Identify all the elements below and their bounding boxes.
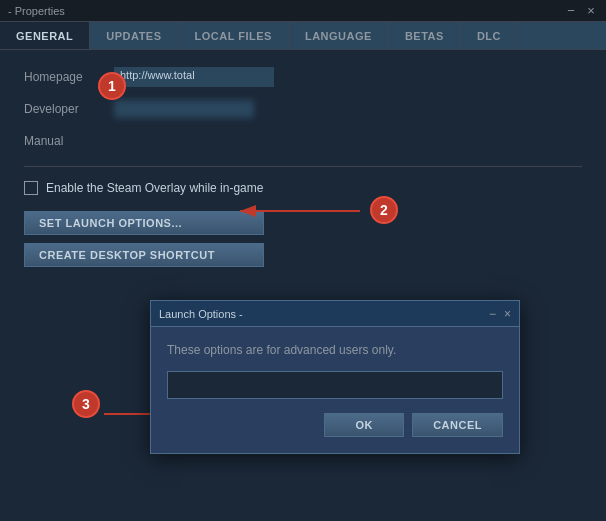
tab-language[interactable]: LANGUAGE (289, 22, 389, 49)
dialog-minimize-button[interactable]: − (489, 307, 496, 321)
launch-options-input[interactable] (167, 371, 503, 399)
manual-row: Manual (24, 130, 582, 152)
homepage-value: http://www.total (114, 67, 274, 87)
launch-options-dialog: Launch Options - − × These options are f… (150, 300, 520, 454)
window-controls: − × (564, 3, 598, 18)
create-desktop-shortcut-button[interactable]: CREATE DESKTOP SHORTCUT (24, 243, 264, 267)
minimize-button[interactable]: − (564, 3, 578, 18)
window-title: - Properties (8, 5, 65, 17)
overlay-checkbox[interactable] (24, 181, 38, 195)
dialog-cancel-button[interactable]: CANCEL (412, 413, 503, 437)
tab-bar: GENERAL UPDATES LOCAL FILES LANGUAGE BET… (0, 22, 606, 50)
tab-betas[interactable]: BETAS (389, 22, 461, 49)
dialog-ok-button[interactable]: OK (324, 413, 404, 437)
tab-general[interactable]: GENERAL (0, 22, 90, 49)
title-bar: - Properties − × (0, 0, 606, 22)
overlay-label: Enable the Steam Overlay while in-game (46, 181, 263, 195)
developer-value (114, 100, 254, 118)
developer-row: Developer (24, 98, 582, 120)
dialog-body: These options are for advanced users onl… (151, 327, 519, 453)
overlay-checkbox-row: Enable the Steam Overlay while in-game (24, 181, 582, 195)
dialog-title-controls: − × (489, 307, 511, 321)
dialog-titlebar: Launch Options - − × (151, 301, 519, 327)
dialog-title: Launch Options - (159, 308, 243, 320)
developer-label: Developer (24, 102, 114, 116)
dialog-description: These options are for advanced users onl… (167, 343, 503, 357)
tab-dlc[interactable]: DLC (461, 22, 518, 49)
dialog-close-button[interactable]: × (504, 307, 511, 321)
close-button[interactable]: × (584, 3, 598, 18)
homepage-row: Homepage http://www.total (24, 66, 582, 88)
tab-updates[interactable]: UPDATES (90, 22, 178, 49)
divider-1 (24, 166, 582, 167)
manual-label: Manual (24, 134, 114, 148)
set-launch-options-button[interactable]: SET LAUNCH OPTIONS... (24, 211, 264, 235)
annotation-3: 3 (72, 390, 100, 418)
dialog-buttons: OK CANCEL (167, 413, 503, 437)
homepage-label: Homepage (24, 70, 114, 84)
main-content: Homepage http://www.total Developer Manu… (0, 50, 606, 291)
tab-local-files[interactable]: LOCAL FILES (179, 22, 289, 49)
